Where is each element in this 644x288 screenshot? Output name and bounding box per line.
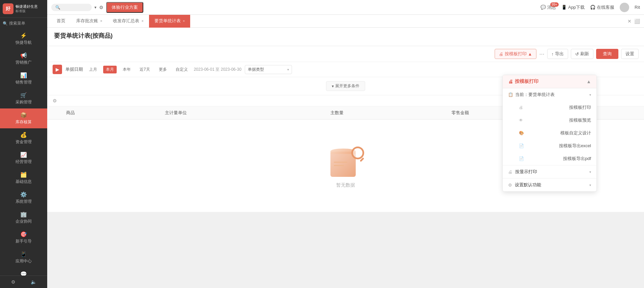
template-excel-icon: 📄 bbox=[519, 143, 524, 148]
current-template-arrow: ▾ bbox=[589, 93, 591, 97]
set-default-icon: ⚙ bbox=[508, 183, 512, 188]
template-print-item[interactable]: 🖨 按模板打印 bbox=[503, 101, 596, 114]
expand-more-button[interactable]: ▾ 展开更多条件 bbox=[326, 81, 365, 91]
sidebar-settings-icon[interactable]: ⚙ bbox=[11, 279, 16, 285]
sales-label: 销售管理 bbox=[16, 79, 32, 85]
appstore-icon: 📱 bbox=[20, 251, 27, 257]
sidebar-item-sales[interactable]: 📊 销售管理 bbox=[0, 69, 47, 89]
tab-close-all-icon[interactable]: ✕ bbox=[627, 19, 632, 24]
app-logo[interactable]: 好 畅捷通好生意 标准版 bbox=[0, 0, 47, 18]
tab-receipt-summary[interactable]: 收发存汇总表 × bbox=[108, 15, 149, 28]
display-print-item[interactable]: 🖨 按显示打印 ▾ bbox=[503, 165, 596, 178]
doc-type-dropdown[interactable]: 单据类型 ▾ bbox=[245, 65, 292, 74]
refresh-button[interactable]: ↺ 刷新 bbox=[571, 49, 593, 59]
topbar: 🔍 ▾ ⚙ 体验行业方案 💬 消息 99+ 📱 App下载 🎧 在线客服 Rit bbox=[47, 0, 644, 15]
date-label: 单据日期 bbox=[65, 66, 83, 72]
sidebar-item-appstore[interactable]: 📱 应用中心 bbox=[0, 248, 47, 267]
message-button[interactable]: 💬 消息 99+ bbox=[540, 4, 556, 10]
sidebar-bottom: ⚙ 🔈 bbox=[0, 276, 47, 288]
tab-receipt-summary-close[interactable]: × bbox=[141, 19, 143, 23]
template-excel-label: 按模板导出excel bbox=[559, 143, 591, 149]
sidebar-search-label: 搜索菜单 bbox=[9, 21, 25, 26]
template-excel-item[interactable]: 📄 按模板导出excel bbox=[503, 139, 596, 152]
tab-order-stat[interactable]: 要货单统计表 × bbox=[149, 15, 190, 28]
tab-inventory-batch[interactable]: 库存批次账 × bbox=[71, 15, 108, 28]
sidebar-audio-icon[interactable]: 🔈 bbox=[31, 279, 36, 285]
filter-expand-button[interactable]: ▶ bbox=[53, 65, 62, 74]
col-extra bbox=[589, 106, 644, 120]
guide-icon: 🎯 bbox=[20, 231, 27, 237]
empty-illustration bbox=[327, 143, 364, 177]
template-design-icon: 🎨 bbox=[519, 131, 524, 135]
topbar-search-dropdown[interactable]: ▾ bbox=[94, 5, 96, 10]
template-pdf-label: 按模板导出pdf bbox=[563, 156, 591, 162]
sidebar-search[interactable]: 🔍 搜索菜单 bbox=[0, 18, 47, 29]
date-btn-last-month[interactable]: 上月 bbox=[86, 66, 100, 73]
export-button[interactable]: ↑ 导出 bbox=[547, 49, 568, 59]
print-template-button[interactable]: 🖨 按模板打印 ▲ bbox=[495, 49, 537, 59]
user-avatar[interactable] bbox=[620, 3, 629, 12]
app-download-icon: 📱 bbox=[561, 5, 567, 10]
print-dropdown-header: 🖨 按模板打印 ▲ bbox=[503, 75, 596, 88]
template-design-item[interactable]: 🎨 模板自定义设计 bbox=[503, 127, 596, 139]
page-header: 要货单统计表(按商品) bbox=[47, 28, 644, 46]
date-range-display: 2023-06-01 至 2023-06-30 bbox=[194, 67, 241, 72]
template-pdf-item[interactable]: 📄 按模板导出pdf bbox=[503, 152, 596, 165]
template-preview-item[interactable]: 👁 按模板预览 bbox=[503, 114, 596, 127]
sidebar-item-wechat[interactable]: 💬 企业微信 bbox=[0, 267, 47, 276]
app-download-button[interactable]: 📱 App下载 bbox=[561, 4, 585, 10]
trial-button[interactable]: 体验行业方案 bbox=[106, 2, 143, 13]
username-label[interactable]: Rit bbox=[635, 5, 640, 10]
sidebar: 好 畅捷通好生意 标准版 🔍 搜索菜单 ⚡ 快捷导航 📢 营销推广 📊 销售管理… bbox=[0, 0, 47, 288]
expand-chevron-icon: ▾ bbox=[332, 84, 334, 89]
expand-more-label: 展开更多条件 bbox=[335, 83, 359, 89]
export-icon: ↑ bbox=[552, 52, 554, 57]
current-template-label: 当前：要货单统计表 bbox=[515, 92, 555, 98]
more-options-icon[interactable]: ··· bbox=[539, 51, 544, 58]
topbar-search[interactable]: 🔍 bbox=[51, 4, 92, 11]
online-service-icon: 🎧 bbox=[590, 5, 595, 10]
date-btn-this-year[interactable]: 本年 bbox=[120, 66, 134, 73]
app-download-label: App下载 bbox=[568, 4, 585, 10]
print-label: 按模板打印 bbox=[505, 51, 527, 57]
sidebar-item-enterprise[interactable]: 🏢 企业协同 bbox=[0, 208, 47, 228]
sidebar-item-basic[interactable]: 🗂️ 基础信息 bbox=[0, 168, 47, 188]
tab-home[interactable]: 首页 bbox=[51, 15, 71, 28]
print-header-icon: 🖨 bbox=[508, 79, 513, 84]
sidebar-item-marketing[interactable]: 📢 营销推广 bbox=[0, 49, 47, 69]
sidebar-item-quick-nav[interactable]: ⚡ 快捷导航 bbox=[0, 29, 47, 49]
quick-nav-icon: ⚡ bbox=[20, 32, 27, 39]
marketing-label: 营销推广 bbox=[16, 60, 32, 65]
sidebar-item-finance[interactable]: 💰 资金管理 bbox=[0, 128, 47, 148]
sidebar-item-system[interactable]: ⚙️ 系统管理 bbox=[0, 188, 47, 208]
purchase-label: 采购管理 bbox=[16, 99, 32, 105]
display-print-arrow: ▾ bbox=[589, 170, 591, 174]
wechat-icon: 💬 bbox=[20, 271, 27, 276]
date-btn-7days[interactable]: 近7天 bbox=[137, 66, 153, 73]
current-template-item[interactable]: 📋 当前：要货单统计表 ▾ bbox=[503, 88, 596, 101]
sidebar-item-inventory[interactable]: 📦 库存核算 bbox=[0, 108, 47, 128]
template-preview-icon: 👁 bbox=[519, 118, 523, 123]
tab-inventory-batch-close[interactable]: × bbox=[100, 19, 102, 23]
tab-maximize-icon[interactable]: ⬜ bbox=[634, 19, 640, 24]
date-btn-custom[interactable]: 自定义 bbox=[173, 66, 191, 73]
settings-button[interactable]: 设置 bbox=[621, 49, 639, 59]
online-service-button[interactable]: 🎧 在线客服 bbox=[590, 4, 614, 10]
query-button[interactable]: 查询 bbox=[596, 49, 618, 59]
date-btn-more[interactable]: 更多 bbox=[156, 66, 170, 73]
refresh-label: 刷新 bbox=[580, 51, 589, 57]
tab-order-stat-close[interactable]: × bbox=[183, 19, 185, 23]
topbar-gear-icon[interactable]: ⚙ bbox=[99, 5, 104, 10]
sidebar-item-operation[interactable]: 📈 经营管理 bbox=[0, 148, 47, 168]
sidebar-item-guide[interactable]: 🎯 新手引导 bbox=[0, 228, 47, 248]
date-btn-this-month[interactable]: 本月 bbox=[103, 66, 117, 73]
system-label: 系统管理 bbox=[16, 199, 32, 204]
empty-text: 暂无数据 bbox=[336, 182, 355, 188]
table-settings-icon[interactable]: ⚙ bbox=[53, 98, 57, 103]
page-content: 要货单统计表(按商品) 🖨 按模板打印 ▲ ··· ↑ 导出 ↺ 刷新 查询 设… bbox=[47, 28, 644, 288]
topbar-right: 💬 消息 99+ 📱 App下载 🎧 在线客服 Rit bbox=[540, 3, 640, 12]
template-print-label: 按模板打印 bbox=[569, 104, 591, 110]
set-default-item[interactable]: ⚙ 设置默认功能 ▾ bbox=[503, 179, 596, 191]
print-dropdown-close[interactable]: ▲ bbox=[586, 79, 591, 84]
sidebar-item-purchase[interactable]: 🛒 采购管理 bbox=[0, 89, 47, 108]
